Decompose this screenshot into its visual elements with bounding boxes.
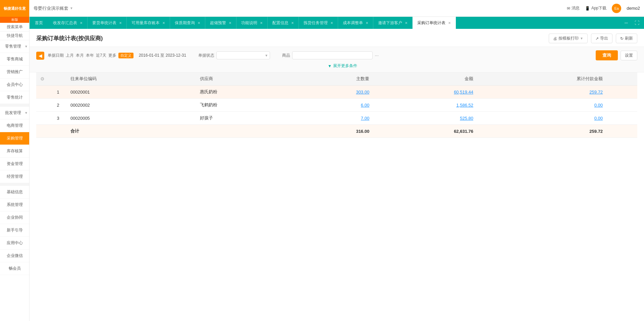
td-quantity[interactable]: 6.00 bbox=[292, 99, 373, 112]
sidebar-item-inventory[interactable]: 库存核算 bbox=[0, 145, 29, 158]
tabs-bar: 首页 收发存汇总表 ✕ 要货单统计表 ✕ 可用量库存账本 ✕ 保质期查询 ✕ 超… bbox=[30, 17, 644, 29]
td-supplier: 飞鹤奶粉 bbox=[196, 99, 292, 112]
tab-label: 采购订单统计表 bbox=[417, 20, 445, 26]
workspace-label: 母婴行业演示账套 bbox=[34, 5, 68, 11]
tab-receive-summary[interactable]: 收发存汇总表 ✕ bbox=[48, 17, 88, 29]
td-paid[interactable]: 0.00 bbox=[477, 112, 607, 125]
td-quantity[interactable]: 7.00 bbox=[292, 112, 373, 125]
goods-input[interactable] bbox=[292, 51, 373, 59]
print-button[interactable]: 🖨 按模板打印 ▼ bbox=[549, 34, 588, 43]
sidebar-item-wholesale[interactable]: 批发管理 ▼ bbox=[0, 107, 29, 119]
collapse-filter-btn[interactable]: ◀ bbox=[36, 52, 44, 60]
tab-overstock-warn[interactable]: 超储预警 ✕ bbox=[205, 17, 236, 29]
sidebar-item-system[interactable]: 系统管理 bbox=[0, 199, 29, 211]
sidebar-search[interactable]: 搜索菜单 bbox=[0, 23, 29, 31]
sidebar-item-members[interactable]: 会员中心 bbox=[0, 78, 29, 91]
tab-cost-adjust[interactable]: 成本调整单 ✕ bbox=[338, 17, 373, 29]
tab-close-icon[interactable]: ✕ bbox=[366, 21, 368, 25]
th-supplier: 供应商 bbox=[196, 72, 292, 86]
refresh-button[interactable]: ↻ 刷新 bbox=[616, 34, 637, 43]
td-amount[interactable]: 60,519.44 bbox=[373, 86, 477, 99]
tab-inventory-ledger[interactable]: 可用量库存账本 ✕ bbox=[127, 17, 170, 29]
settings-button[interactable]: 设置 bbox=[621, 51, 637, 60]
filter-goods: 商品 ··· bbox=[282, 51, 379, 59]
expand-more-btn[interactable]: ▼ 展开更多条件 bbox=[328, 63, 357, 69]
filter-date: 单据日期 上月 本月 本年 近7天 更多 自定义 bbox=[48, 53, 133, 58]
tab-close-icon[interactable]: ✕ bbox=[229, 21, 231, 25]
tab-close-icon[interactable]: ✕ bbox=[162, 21, 165, 25]
table-container: ⚙ 往来单位编码 供应商 主数量 金额 累计付款金额 1 bbox=[30, 72, 644, 145]
tab-invite-customer[interactable]: 邀请下游客户 ✕ bbox=[373, 17, 413, 29]
tabs-minimize-btn[interactable]: ─ bbox=[623, 19, 630, 26]
table-row: 1 00020001 惠氏奶粉 303.00 60,519.44 259.72 bbox=[36, 86, 637, 99]
tab-picking-task[interactable]: 拣货任务管理 ✕ bbox=[299, 17, 338, 29]
tab-close-icon[interactable]: ✕ bbox=[448, 21, 451, 25]
export-button[interactable]: ↗ 导出 bbox=[591, 34, 612, 43]
tab-close-icon[interactable]: ✕ bbox=[80, 21, 83, 25]
tab-close-icon[interactable]: ✕ bbox=[330, 21, 333, 25]
tab-label: 超储预警 bbox=[210, 20, 226, 26]
sidebar-item-operations[interactable]: 经营管理 bbox=[0, 170, 29, 183]
sidebar-item-retail-stats[interactable]: 零售统计 bbox=[0, 91, 29, 104]
settings-icon[interactable]: ⚙ bbox=[40, 76, 45, 82]
tab-config-info[interactable]: 配置信息 ✕ bbox=[268, 17, 299, 29]
app-label: App下载 bbox=[591, 5, 606, 11]
page-title: 采购订单统计表(按供应商) bbox=[36, 35, 103, 42]
td-quantity[interactable]: 303.00 bbox=[292, 86, 373, 99]
shortcut-this-year[interactable]: 本年 bbox=[86, 53, 94, 58]
more-options-btn[interactable]: ··· bbox=[375, 53, 379, 58]
shortcut-this-month[interactable]: 本月 bbox=[76, 53, 84, 58]
tab-expiry-query[interactable]: 保质期查询 ✕ bbox=[170, 17, 205, 29]
shortcut-7days[interactable]: 近7天 bbox=[96, 53, 106, 58]
tab-close-icon[interactable]: ✕ bbox=[405, 21, 408, 25]
chevron-down-icon: ▼ bbox=[70, 6, 73, 10]
tab-close-icon[interactable]: ✕ bbox=[291, 21, 294, 25]
sidebar-item-enterprise[interactable]: 企业协同 bbox=[0, 211, 29, 224]
print-label: 按模板打印 bbox=[558, 36, 579, 41]
sidebar-item-vip[interactable]: 畅会员 bbox=[0, 262, 29, 275]
tab-purchase-order-stats[interactable]: 采购订单统计表 ✕ bbox=[413, 17, 456, 29]
sidebar-item-retail-shop[interactable]: 零售商城 bbox=[0, 53, 29, 66]
query-button[interactable]: 查询 bbox=[596, 50, 618, 60]
username[interactable]: demo2 bbox=[627, 6, 640, 11]
shortcut-more[interactable]: 更多 bbox=[108, 53, 116, 58]
sidebar-item-purchase[interactable]: 采购管理 bbox=[0, 132, 29, 145]
footer-index bbox=[50, 125, 66, 138]
tab-function-desc[interactable]: 功能说明 ✕ bbox=[236, 17, 268, 29]
export-icon: ↗ bbox=[595, 36, 599, 41]
td-paid[interactable]: 0.00 bbox=[477, 99, 607, 112]
export-label: 导出 bbox=[600, 36, 608, 41]
status-select[interactable] bbox=[216, 51, 270, 59]
table-body: 1 00020001 惠氏奶粉 303.00 60,519.44 259.72 … bbox=[36, 86, 637, 125]
tab-close-icon[interactable]: ✕ bbox=[119, 21, 122, 25]
filter-action-btns: 查询 设置 bbox=[596, 50, 637, 60]
sidebar-item-basic-info[interactable]: 基础信息 bbox=[0, 186, 29, 199]
td-amount[interactable]: 1,586.52 bbox=[373, 99, 477, 112]
tab-order-stats[interactable]: 要货单统计表 ✕ bbox=[88, 17, 127, 29]
tab-label: 要货单统计表 bbox=[92, 20, 116, 26]
footer-extra bbox=[607, 125, 637, 138]
sidebar-item-newbie[interactable]: 新手引导 bbox=[0, 224, 29, 237]
workspace-dropdown[interactable]: 母婴行业演示账套 ▼ bbox=[34, 5, 73, 11]
td-amount[interactable]: 525.80 bbox=[373, 112, 477, 125]
sidebar-item-wechat[interactable]: 企业微信 bbox=[0, 250, 29, 262]
logo-subtitle: 标版 bbox=[0, 17, 29, 23]
tab-close-icon[interactable]: ✕ bbox=[198, 21, 200, 25]
logo-text: 畅捷通好生意 bbox=[4, 6, 26, 11]
refresh-label: 刷新 bbox=[625, 36, 633, 41]
tab-home[interactable]: 首页 bbox=[30, 17, 48, 29]
message-btn[interactable]: ✉ 消息 bbox=[567, 5, 580, 11]
shortcut-last-month[interactable]: 上月 bbox=[66, 53, 74, 58]
sidebar-item-finance[interactable]: 资金管理 bbox=[0, 158, 29, 170]
app-download-btn[interactable]: 📱 App下载 bbox=[585, 5, 606, 11]
th-amount: 金额 bbox=[373, 72, 477, 86]
td-paid[interactable]: 259.72 bbox=[477, 86, 607, 99]
tab-close-icon[interactable]: ✕ bbox=[260, 21, 263, 25]
sidebar-quick-nav[interactable]: 快捷导航 bbox=[0, 32, 29, 40]
sidebar-item-marketing[interactable]: 营销推广 bbox=[0, 66, 29, 78]
sidebar-item-retail-mgmt[interactable]: 零售管理 ▼ bbox=[0, 40, 29, 53]
sidebar-item-ecommerce[interactable]: 电商管理 bbox=[0, 119, 29, 132]
topbar-workspace: 母婴行业演示账套 ▼ bbox=[34, 5, 73, 11]
sidebar-item-app-center[interactable]: 应用中心 bbox=[0, 237, 29, 250]
tabs-expand-btn[interactable]: ⛶ bbox=[633, 19, 641, 26]
